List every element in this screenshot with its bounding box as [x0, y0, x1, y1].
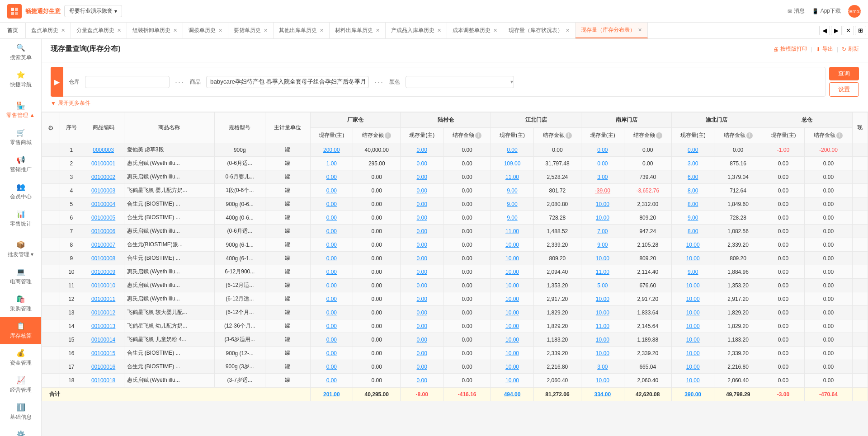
- row-nanan-stock-14[interactable]: 10.00: [581, 333, 624, 347]
- sidebar-item-system[interactable]: ⚙️ 系统管理: [0, 426, 41, 436]
- row-code-17[interactable]: 00100018: [83, 374, 124, 388]
- row-nanan-stock-11[interactable]: 10.00: [581, 292, 624, 306]
- row-jiangbei-stock-15[interactable]: 10.00: [491, 347, 533, 360]
- row-jiangbei-stock-11[interactable]: 10.00: [491, 292, 533, 306]
- row-jiangbei-stock-14[interactable]: 10.00: [491, 333, 533, 347]
- tab-close[interactable]: ✕: [264, 28, 268, 33]
- row-jiangbei-stock-3[interactable]: 9.00: [491, 184, 533, 197]
- row-factory-stock-12[interactable]: 0.00: [310, 306, 353, 319]
- sidebar-item-wholesale[interactable]: 📦 批发管理 ▾: [0, 236, 41, 263]
- row-yuanbei-stock-5[interactable]: 9.00: [671, 211, 714, 225]
- row-factory-stock-9[interactable]: 0.00: [310, 265, 353, 279]
- row-nancun-stock-13[interactable]: 0.00: [401, 319, 443, 333]
- tab-other-out[interactable]: 其他出库单历史✕: [274, 23, 330, 38]
- tab-expand-btn[interactable]: ⊞: [855, 26, 866, 35]
- goods-filter-input[interactable]: [206, 76, 369, 88]
- row-nancun-stock-0[interactable]: 0.00: [401, 143, 443, 157]
- sidebar-item-finance[interactable]: 💰 资金管理: [0, 344, 41, 371]
- table-area[interactable]: ⚙ 序号 商品编码 商品名称 规格型号 主计量单位 厂家仓 陆村仓 江北门店 南…: [42, 112, 868, 436]
- tab-close[interactable]: ✕: [61, 28, 65, 33]
- row-code-11[interactable]: 00100011: [83, 292, 124, 306]
- row-code-15[interactable]: 00100015: [83, 347, 124, 360]
- row-factory-stock-8[interactable]: 0.00: [310, 252, 353, 265]
- row-jiangbei-stock-9[interactable]: 10.00: [491, 265, 533, 279]
- row-code-9[interactable]: 00100009: [83, 265, 124, 279]
- tab-inventory-count[interactable]: 盘点单历史✕: [26, 23, 71, 38]
- color-filter-input[interactable]: [406, 76, 514, 88]
- row-yuanbei-stock-14[interactable]: 10.00: [671, 333, 714, 347]
- row-jiangbei-stock-7[interactable]: 10.00: [491, 238, 533, 252]
- row-yuanbei-stock-10[interactable]: 10.00: [671, 279, 714, 292]
- tab-close[interactable]: ✕: [218, 28, 222, 33]
- sidebar-item-member[interactable]: 👥 会员中心: [0, 178, 41, 205]
- sidebar-item-search[interactable]: 🔍 搜索英单: [0, 39, 41, 66]
- row-nanan-stock-17[interactable]: 10.00: [581, 374, 624, 388]
- tab-close[interactable]: ✕: [117, 28, 121, 33]
- row-code-6[interactable]: 00100006: [83, 225, 124, 238]
- query-btn[interactable]: 查询: [829, 67, 859, 80]
- row-yuanbei-stock-0[interactable]: 0.00: [671, 143, 714, 157]
- sidebar-item-basic[interactable]: ℹ️ 基础信息: [0, 398, 41, 426]
- settings-btn[interactable]: 设置: [829, 82, 859, 97]
- row-factory-stock-15[interactable]: 0.00: [310, 347, 353, 360]
- row-nanan-stock-16[interactable]: 3.00: [581, 360, 624, 374]
- row-yuanbei-stock-15[interactable]: 10.00: [671, 347, 714, 360]
- row-code-3[interactable]: 00100003: [83, 184, 124, 197]
- row-factory-stock-17[interactable]: 0.00: [310, 374, 353, 388]
- row-yuanbei-stock-11[interactable]: 10.00: [671, 292, 714, 306]
- row-factory-stock-7[interactable]: 0.00: [310, 238, 353, 252]
- tab-kit[interactable]: 组装拆卸单历史✕: [127, 23, 183, 38]
- row-jiangbei-stock-13[interactable]: 10.00: [491, 319, 533, 333]
- row-nanan-stock-5[interactable]: 10.00: [581, 211, 624, 225]
- tab-transfer[interactable]: 调拨单历史✕: [183, 23, 228, 38]
- app-download-btn[interactable]: 📱 App下载: [812, 7, 841, 15]
- row-code-0[interactable]: 0000003: [83, 143, 124, 157]
- row-yuanbei-stock-4[interactable]: 8.00: [671, 197, 714, 211]
- tab-close-all-btn[interactable]: ✕: [843, 26, 854, 35]
- row-code-16[interactable]: 00100016: [83, 360, 124, 374]
- sidebar-item-shortcut[interactable]: ⭐ 快捷导航: [0, 66, 41, 93]
- row-jiangbei-stock-6[interactable]: 11.00: [491, 225, 533, 238]
- sidebar-item-inventory[interactable]: 📋 库存核算: [0, 317, 41, 344]
- row-nanan-stock-8[interactable]: 10.00: [581, 252, 624, 265]
- row-nancun-stock-8[interactable]: 0.00: [401, 252, 443, 265]
- summary-jiangbei-stock[interactable]: 494.00: [491, 387, 533, 401]
- nanan-balance-info-icon[interactable]: i: [656, 132, 662, 139]
- row-nancun-stock-15[interactable]: 0.00: [401, 347, 443, 360]
- factory-balance-info-icon[interactable]: i: [385, 132, 391, 139]
- row-code-5[interactable]: 00100005: [83, 211, 124, 225]
- row-nanan-stock-10[interactable]: 5.00: [581, 279, 624, 292]
- row-jiangbei-stock-10[interactable]: 10.00: [491, 279, 533, 292]
- row-nancun-stock-4[interactable]: 0.00: [401, 197, 443, 211]
- row-nancun-stock-14[interactable]: 0.00: [401, 333, 443, 347]
- row-factory-stock-1[interactable]: 1.00: [310, 157, 353, 170]
- row-code-14[interactable]: 00100014: [83, 333, 124, 347]
- row-nanan-stock-13[interactable]: 11.00: [581, 319, 624, 333]
- tab-close-active[interactable]: ✕: [638, 27, 642, 33]
- row-factory-stock-10[interactable]: 0.00: [310, 279, 353, 292]
- tab-close[interactable]: ✕: [493, 28, 497, 33]
- sidebar-item-retail-stats[interactable]: 📊 零售统计: [0, 205, 41, 232]
- filter-expand-btn[interactable]: ▶: [51, 67, 63, 97]
- row-nancun-stock-17[interactable]: 0.00: [401, 374, 443, 388]
- tab-stock-status[interactable]: 现存量（库存状况表）✕: [503, 23, 576, 38]
- row-code-4[interactable]: 00100004: [83, 197, 124, 211]
- nancun-balance-info-icon[interactable]: i: [475, 132, 481, 139]
- row-yuanbei-stock-2[interactable]: 6.00: [671, 170, 714, 184]
- export-btn[interactable]: ⬇ 导出: [816, 45, 833, 53]
- sidebar-item-ecommerce[interactable]: 💻 电商管理: [0, 263, 41, 290]
- tab-stock-dist[interactable]: 现存量（库存分布表）✕: [576, 23, 648, 38]
- row-nanan-stock-15[interactable]: 10.00: [581, 347, 624, 360]
- row-nancun-stock-16[interactable]: 0.00: [401, 360, 443, 374]
- row-factory-stock-16[interactable]: 0.00: [310, 360, 353, 374]
- row-jiangbei-stock-8[interactable]: 10.00: [491, 252, 533, 265]
- th-settings[interactable]: ⚙: [42, 113, 60, 143]
- jiangbei-balance-info-icon[interactable]: i: [566, 132, 572, 139]
- user-avatar[interactable]: demo2: [848, 5, 861, 18]
- warehouse-filter-input[interactable]: [85, 76, 170, 88]
- row-yuanbei-stock-7[interactable]: 10.00: [671, 238, 714, 252]
- sidebar-item-operations[interactable]: 📈 经营管理: [0, 371, 41, 398]
- row-jiangbei-stock-4[interactable]: 9.00: [491, 197, 533, 211]
- row-nancun-stock-6[interactable]: 0.00: [401, 225, 443, 238]
- tab-prev-btn[interactable]: ◀: [819, 26, 830, 35]
